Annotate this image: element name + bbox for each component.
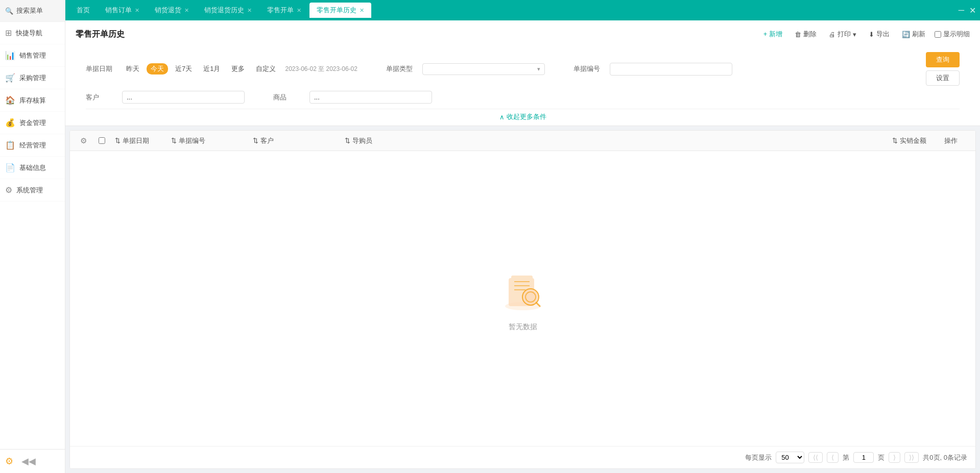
col-customer-sort-icon: ⇅ <box>253 137 258 144</box>
tab-bar-right: ─ ✕ <box>959 6 976 15</box>
delete-icon: 🗑 <box>795 31 801 38</box>
sidebar-item-basic-info[interactable]: 📄 基础信息 <box>0 157 65 179</box>
sidebar-item-purchase-mgmt[interactable]: 🛒 采购管理 <box>0 67 65 89</box>
col-header-customer[interactable]: ⇅ 客户 <box>249 136 341 145</box>
query-button[interactable]: 查询 <box>926 52 960 67</box>
first-page-btn[interactable]: ⟨⟨ <box>808 452 823 463</box>
col-header-guide[interactable]: ⇅ 导购员 <box>341 136 392 145</box>
main-area: 首页 销售订单 ✕ 销货退货 ✕ 销货退货历史 ✕ 零售开单 ✕ 零售开单历史 … <box>65 0 980 473</box>
col-header-amount[interactable]: ⇅ 实销金额 <box>392 136 930 145</box>
sidebar-item-label: 库存核算 <box>19 96 46 105</box>
total-info: 共0页, 0条记录 <box>923 453 967 462</box>
page-size-select[interactable]: 50 20 100 200 <box>776 452 804 463</box>
window-minimize-btn[interactable]: ─ <box>959 6 964 15</box>
sidebar-item-operations[interactable]: 📋 经营管理 <box>0 134 65 157</box>
tab-sales-order-close[interactable]: ✕ <box>135 7 139 14</box>
goods-select[interactable]: ... <box>309 91 432 104</box>
tab-home[interactable]: 首页 <box>69 3 97 18</box>
col-header-date[interactable]: ⇅ 单据日期 <box>111 136 167 145</box>
sidebar-item-label: 销售管理 <box>19 51 46 60</box>
window-close-btn[interactable]: ✕ <box>969 6 976 15</box>
new-button[interactable]: + 新增 <box>760 28 785 41</box>
collapse-sidebar-btn[interactable]: ◀◀ <box>21 456 36 467</box>
sidebar-item-inventory[interactable]: 🏠 库存核算 <box>0 89 65 112</box>
yesterday-btn[interactable]: 昨天 <box>122 63 144 74</box>
tab-sales-return-history-close[interactable]: ✕ <box>247 7 252 14</box>
customer-select-placeholder: ... <box>127 93 132 101</box>
table-header: ⚙ ⇅ 单据日期 ⇅ 单据编号 ⇅ 客户 ⇅ <box>70 131 975 151</box>
print-button[interactable]: 🖨 打印 ▾ <box>826 28 859 41</box>
settings-button[interactable]: 设置 <box>926 70 960 86</box>
tab-retail-history[interactable]: 零售开单历史 ✕ <box>309 3 371 18</box>
tab-sales-return-history[interactable]: 销货退货历史 ✕ <box>197 3 259 18</box>
col-header-num[interactable]: ⇅ 单据编号 <box>167 136 249 145</box>
tab-retail-history-label: 零售开单历史 <box>317 6 356 15</box>
col-checkbox-header[interactable] <box>92 137 111 144</box>
col-customer-label: 客户 <box>260 136 274 145</box>
page-num-input[interactable]: 1 <box>853 452 874 463</box>
num-input[interactable] <box>610 63 732 76</box>
type-select[interactable]: ▾ <box>422 63 545 75</box>
refresh-button[interactable]: 🔄 刷新 <box>899 28 928 41</box>
select-all-checkbox[interactable] <box>99 137 105 144</box>
sidebar-item-quick-nav[interactable]: ⊞ 快捷导航 <box>0 22 65 44</box>
sidebar-search[interactable]: 🔍 搜索菜单 <box>0 0 65 22</box>
display-detail-label: 显示明细 <box>943 30 970 39</box>
sidebar-item-sales-mgmt[interactable]: 📊 销售管理 <box>0 44 65 67</box>
sidebar-item-label: 采购管理 <box>19 73 46 83</box>
col-amount-sort-icon: ⇅ <box>892 137 898 144</box>
tab-retail-open-close[interactable]: ✕ <box>297 7 301 14</box>
sidebar-item-label: 快捷导航 <box>16 29 42 38</box>
purchase-mgmt-icon: 🛒 <box>5 73 15 83</box>
col-num-label: 单据编号 <box>179 136 205 145</box>
col-settings[interactable]: ⚙ <box>74 136 92 145</box>
sidebar-item-sys-mgmt[interactable]: ⚙ 系统管理 <box>0 179 65 202</box>
sidebar-item-label: 系统管理 <box>16 186 43 195</box>
print-btn-label: 打印 <box>838 30 851 39</box>
goods-filter-label: 商品 <box>273 93 301 102</box>
col-op-label: 操作 <box>944 136 958 145</box>
refresh-btn-label: 刷新 <box>912 30 925 39</box>
sidebar-item-finance[interactable]: 💰 资金管理 <box>0 112 65 134</box>
export-button[interactable]: ⬇ 导出 <box>866 28 893 41</box>
tab-retail-open[interactable]: 零售开单 ✕ <box>260 3 308 18</box>
today-btn[interactable]: 今天 <box>147 63 168 74</box>
operations-icon: 📋 <box>5 140 15 150</box>
more-btn[interactable]: 更多 <box>227 63 249 74</box>
tab-sales-return[interactable]: 销货退货 ✕ <box>148 3 196 18</box>
tab-sales-order[interactable]: 销售订单 ✕ <box>98 3 147 18</box>
sys-mgmt-icon: ⚙ <box>5 185 12 195</box>
next-page-btn[interactable]: ⟩ <box>889 452 900 463</box>
page-label: 第 <box>843 453 849 462</box>
col-header-op: 操作 <box>930 136 971 145</box>
last-page-btn[interactable]: ⟩⟩ <box>904 452 919 463</box>
settings-icon-btn[interactable]: ⚙ <box>5 456 13 467</box>
print-dropdown-icon: ▾ <box>853 31 856 38</box>
sidebar-bottom: ⚙ ◀◀ <box>0 449 65 473</box>
tab-retail-history-close[interactable]: ✕ <box>360 7 364 14</box>
col-settings-gear-icon[interactable]: ⚙ <box>80 136 87 145</box>
filter-area: 单据日期 昨天 今天 近7天 近1月 更多 自定义 2023-06-02 至 2… <box>76 47 970 126</box>
delete-button[interactable]: 🗑 删除 <box>792 28 820 41</box>
display-detail-checkbox[interactable] <box>935 31 941 38</box>
prev-page-btn[interactable]: ⟨ <box>827 452 839 463</box>
collapse-filter-label: 收起更多条件 <box>507 112 546 121</box>
filter-row-2: 客户 ... 商品 ... <box>86 91 960 104</box>
custom-btn[interactable]: 自定义 <box>252 63 280 74</box>
customer-select[interactable]: ... <box>122 91 245 104</box>
col-guide-sort-icon: ⇅ <box>345 137 350 144</box>
sidebar-search-label: 搜索菜单 <box>16 6 43 15</box>
tab-sales-return-close[interactable]: ✕ <box>184 7 189 14</box>
last-month-btn[interactable]: 近1月 <box>199 63 224 74</box>
display-detail-toggle[interactable]: 显示明细 <box>935 30 970 39</box>
col-num-sort-icon: ⇅ <box>171 137 177 144</box>
print-icon: 🖨 <box>829 31 835 38</box>
last7-btn[interactable]: 近7天 <box>171 63 196 74</box>
empty-state: 暂无数据 <box>70 151 975 446</box>
search-icon: 🔍 <box>5 7 13 15</box>
customer-filter-label: 客户 <box>86 93 114 102</box>
tab-retail-open-label: 零售开单 <box>267 6 294 15</box>
pagination: 每页显示 50 20 100 200 ⟨⟨ ⟨ 第 1 页 ⟩ ⟩⟩ 共0页, … <box>70 446 975 468</box>
date-filter: 昨天 今天 近7天 近1月 更多 自定义 2023-06-02 至 2023-0… <box>122 63 357 74</box>
collapse-filter-btn[interactable]: ∧ 收起更多条件 <box>86 109 960 126</box>
